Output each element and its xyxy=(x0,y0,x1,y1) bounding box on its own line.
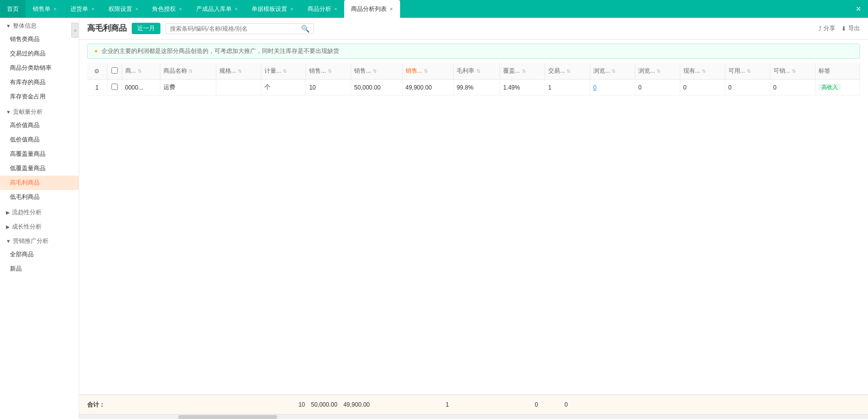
sidebar-item-sales-goods[interactable]: 销售类商品 xyxy=(0,32,79,47)
sort-trade: ⇅ xyxy=(566,68,570,74)
sidebar-group-marketing[interactable]: ▼ 营销推广分析 xyxy=(0,233,79,247)
footer-spacer1 xyxy=(110,403,278,407)
sidebar-item-high-margin[interactable]: 高毛利商品 xyxy=(0,176,79,190)
search-input[interactable] xyxy=(170,25,301,32)
cell-code: 0000... xyxy=(122,80,160,95)
footer-current-stock: 0 xyxy=(511,399,541,410)
close-roles-tab[interactable]: × xyxy=(179,6,182,12)
horizontal-scrollbar[interactable] xyxy=(79,414,868,419)
view1-link[interactable]: 0 xyxy=(593,84,597,91)
cell-tag: 高收入 xyxy=(815,80,860,95)
col-header-spec[interactable]: 规格... ⇅ xyxy=(216,63,261,80)
col-header-sales-profit[interactable]: 销售... ⇅ xyxy=(402,63,453,80)
cell-sales-qty: 10 xyxy=(306,80,351,95)
nav-item-stock-in[interactable]: 产成品入库单 × xyxy=(189,0,245,18)
close-goods-analysis-tab[interactable]: × xyxy=(334,6,337,12)
header-actions: ⤴ 分享 ⬇ 导出 xyxy=(818,24,860,33)
col-header-view1[interactable]: 浏览... ⇅ xyxy=(590,63,635,80)
col-header-sales-amt[interactable]: 销售... ⇅ xyxy=(351,63,402,80)
sidebar-item-low-coverage[interactable]: 低覆盖量商品 xyxy=(0,161,79,176)
col-header-trade[interactable]: 交易... ⇅ xyxy=(545,63,590,80)
sidebar-group-trend[interactable]: ▶ 流趋性分析 xyxy=(0,204,79,219)
nav-item-goods-analysis[interactable]: 商品分析 × xyxy=(301,0,344,18)
nav-item-template[interactable]: 单据模板设置 × xyxy=(245,0,300,18)
col-header-sales-qty[interactable]: 销售... ⇅ xyxy=(306,63,351,80)
col-header-settings[interactable]: ⚙ xyxy=(87,63,107,80)
col-header-code[interactable]: 商... ⇅ xyxy=(122,63,160,80)
sidebar-item-high-value[interactable]: 高价值商品 xyxy=(0,118,79,133)
group-arrow-marketing: ▼ xyxy=(6,238,11,244)
nav-item-purchase[interactable]: 进货单 × xyxy=(63,0,101,18)
page-title: 高毛利商品 xyxy=(87,23,127,34)
col-header-saleable[interactable]: 可销... ⇅ xyxy=(770,63,815,80)
nav-item-home[interactable]: 首页 xyxy=(0,0,26,18)
group-arrow-trend: ▶ xyxy=(6,210,10,215)
footer-spacer3 xyxy=(452,403,511,407)
col-header-unit[interactable]: 计量... ⇅ xyxy=(261,63,306,80)
close-stock-in-tab[interactable]: × xyxy=(235,6,238,12)
table-container[interactable]: ⚙ 商... ⇅ 商品名称 ⇅ xyxy=(79,63,868,394)
sidebar-item-in-stock[interactable]: 有库存的商品 xyxy=(0,75,79,90)
select-all-checkbox[interactable] xyxy=(111,67,118,74)
close-template-tab[interactable]: × xyxy=(290,6,293,12)
cell-view1[interactable]: 0 xyxy=(590,80,635,95)
col-header-coverage[interactable]: 覆盖... ⇅ xyxy=(500,63,545,80)
cell-sales-profit: 49,900.00 xyxy=(402,80,453,95)
search-icon[interactable]: 🔍 xyxy=(301,25,309,33)
sidebar-group-contribution[interactable]: ▼ 贡献量分析 xyxy=(0,104,79,118)
main-layout: « ▼ 整体信息 销售类商品 交易过的商品 商品分类助销率 有库存的商品 库存资… xyxy=(0,18,868,419)
col-header-available[interactable]: 可用... ⇅ xyxy=(725,63,770,80)
sidebar-item-all-goods[interactable]: 全部商品 xyxy=(0,247,79,262)
sidebar-collapse-btn[interactable]: « xyxy=(71,23,79,38)
sidebar-item-stock-capital[interactable]: 库存资金占用 xyxy=(0,90,79,104)
sidebar-item-traded-goods[interactable]: 交易过的商品 xyxy=(0,47,79,61)
sort-spec: ⇅ xyxy=(238,68,242,74)
nav-item-roles[interactable]: 角色授权 × xyxy=(145,0,189,18)
sort-sales-profit: ⇅ xyxy=(424,68,428,74)
share-btn[interactable]: ⤴ 分享 xyxy=(818,24,835,33)
sidebar-item-low-margin[interactable]: 低毛利商品 xyxy=(0,190,79,204)
col-header-name[interactable]: 商品名称 ⇅ xyxy=(160,63,216,80)
cell-current-stock: 0 xyxy=(680,80,725,95)
row-checkbox[interactable] xyxy=(111,84,118,90)
sort-current-stock: ⇅ xyxy=(702,68,706,74)
sidebar-group-growth[interactable]: ▶ 成长性分析 xyxy=(0,219,79,233)
close-sales-tab[interactable]: × xyxy=(53,6,56,12)
sidebar-item-high-coverage[interactable]: 高覆盖量商品 xyxy=(0,147,79,161)
sidebar-item-category-rate[interactable]: 商品分类助销率 xyxy=(0,61,79,75)
cell-unit: 个 xyxy=(261,80,306,95)
filter-recent-month-btn[interactable]: 近一月 xyxy=(132,23,160,34)
close-goods-analysis-list-tab[interactable]: × xyxy=(390,6,393,12)
cell-coverage: 1.49% xyxy=(500,80,545,95)
nav-item-permissions[interactable]: 权限设置 × xyxy=(102,0,145,18)
col-header-current-stock[interactable]: 现有... ⇅ xyxy=(680,63,725,80)
top-nav: 首页 销售单 × 进货单 × 权限设置 × 角色授权 × 产成品入库单 × 单据… xyxy=(0,0,868,18)
footer-sales-profit: 49,900.00 xyxy=(340,399,372,410)
search-box: 🔍 xyxy=(165,23,314,34)
sidebar-group-overall[interactable]: ▼ 整体信息 xyxy=(0,18,79,32)
export-btn[interactable]: ⬇ 导出 xyxy=(841,24,860,33)
sort-view2: ⇅ xyxy=(657,68,661,74)
col-header-view2[interactable]: 浏览... ⇅ xyxy=(635,63,680,80)
footer-total: 合计： 10 50,000.00 49,900.00 1 0 0 xyxy=(79,394,868,414)
col-header-tag[interactable]: 标签 xyxy=(815,63,860,80)
table-row: 1 0000... 运费 个 10 50,000.00 49,900.00 99… xyxy=(87,80,860,95)
footer-sales-qty: 10 xyxy=(278,399,308,410)
cell-trade: 1 xyxy=(545,80,590,95)
col-header-check[interactable] xyxy=(107,63,122,80)
sidebar-item-new-goods[interactable]: 新品 xyxy=(0,262,79,276)
window-close-btn[interactable]: × xyxy=(849,4,868,14)
col-header-gross-rate[interactable]: 毛利率 ⇅ xyxy=(454,63,500,80)
close-purchase-tab[interactable]: × xyxy=(91,6,94,12)
scrollbar-thumb[interactable] xyxy=(178,415,277,419)
data-table: ⚙ 商... ⇅ 商品名称 ⇅ xyxy=(87,63,860,95)
sidebar-item-low-value[interactable]: 低价值商品 xyxy=(0,133,79,147)
settings-icon[interactable]: ⚙ xyxy=(94,68,100,75)
nav-item-sales[interactable]: 销售单 × xyxy=(26,0,63,18)
close-permissions-tab[interactable]: × xyxy=(135,6,138,12)
cell-saleable: 0 xyxy=(770,80,815,95)
sidebar: « ▼ 整体信息 销售类商品 交易过的商品 商品分类助销率 有库存的商品 库存资… xyxy=(0,18,79,419)
cell-check[interactable] xyxy=(107,80,122,95)
nav-item-goods-analysis-list[interactable]: 商品分析列表 × xyxy=(344,0,400,18)
footer-sales-amt: 50,000.00 xyxy=(308,399,340,410)
